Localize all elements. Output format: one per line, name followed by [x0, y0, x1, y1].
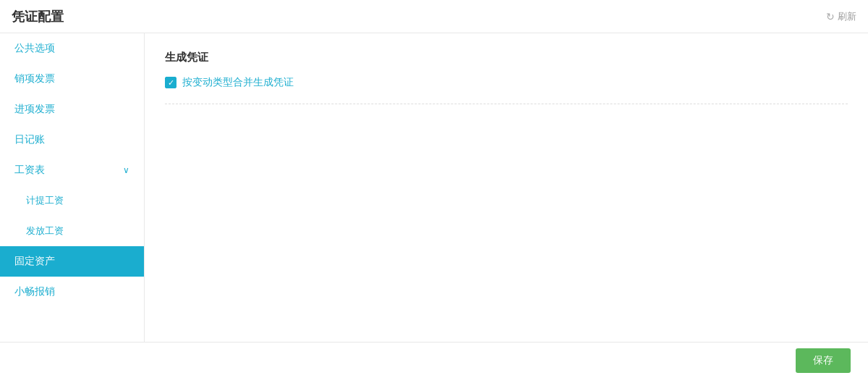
sidebar-item-journal[interactable]: 日记账	[0, 125, 144, 155]
checkbox-row: 按变动类型合并生成凭证	[165, 76, 848, 89]
section-title: 生成凭证	[165, 51, 848, 64]
sidebar-item-purchase-invoice[interactable]: 进项发票	[0, 94, 144, 125]
sidebar-item-public[interactable]: 公共选项	[0, 33, 144, 64]
refresh-icon: ↻	[826, 11, 835, 22]
sidebar-item-label-purchase-invoice: 进项发票	[14, 103, 55, 116]
sidebar-item-label-public: 公共选项	[14, 42, 55, 55]
refresh-label: 刷新	[838, 10, 856, 23]
main-content: 生成凭证 按变动类型合并生成凭证	[145, 33, 868, 342]
sidebar: 公共选项销项发票进项发票日记账工资表∨计提工资发放工资固定资产小畅报销	[0, 33, 145, 342]
sidebar-item-label-journal: 日记账	[14, 133, 45, 146]
sidebar-item-label-fixed-assets: 固定资产	[14, 255, 55, 268]
sidebar-item-accrued-wages[interactable]: 计提工资	[0, 185, 144, 216]
chevron-down-icon: ∨	[123, 165, 129, 175]
checkbox-label[interactable]: 按变动类型合并生成凭证	[182, 76, 294, 89]
sidebar-item-pay-wages[interactable]: 发放工资	[0, 216, 144, 246]
page-wrapper: 凭证配置 ↻ 刷新 公共选项销项发票进项发票日记账工资表∨计提工资发放工资固定资…	[0, 0, 868, 378]
sidebar-item-payroll[interactable]: 工资表∨	[0, 155, 144, 185]
sidebar-item-fixed-assets[interactable]: 固定资产	[0, 246, 144, 277]
sidebar-item-label-pay-wages: 发放工资	[26, 224, 64, 238]
refresh-button[interactable]: ↻ 刷新	[826, 10, 856, 23]
body: 公共选项销项发票进项发票日记账工资表∨计提工资发放工资固定资产小畅报销 生成凭证…	[0, 33, 868, 342]
sidebar-item-label-sales-invoice: 销项发票	[14, 72, 55, 85]
sidebar-item-label-payroll: 工资表	[14, 164, 45, 177]
sidebar-item-sales-invoice[interactable]: 销项发票	[0, 64, 144, 94]
merge-checkbox[interactable]	[165, 77, 176, 88]
footer: 保存	[0, 342, 868, 378]
save-button[interactable]: 保存	[796, 348, 851, 373]
page-title: 凭证配置	[12, 8, 64, 25]
header: 凭证配置 ↻ 刷新	[0, 0, 868, 33]
sidebar-item-label-expense-report: 小畅报销	[14, 285, 55, 298]
sidebar-item-label-accrued-wages: 计提工资	[26, 194, 64, 207]
sidebar-item-expense-report[interactable]: 小畅报销	[0, 277, 144, 307]
section-divider	[165, 104, 848, 104]
